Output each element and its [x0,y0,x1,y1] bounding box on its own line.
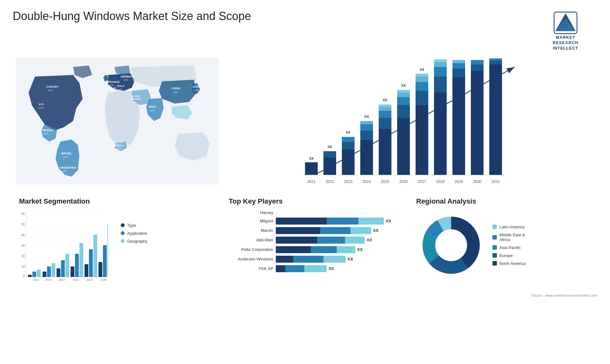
svg-rect-51 [360,131,373,140]
svg-text:INDIA: INDIA [149,105,157,108]
player-value: XX [348,257,353,261]
svg-text:MEXICO: MEXICO [42,129,54,132]
svg-rect-90 [452,60,465,63]
players-section: Top Key Players Harvey Milgard XX [222,194,410,288]
page-title: Double-Hung Windows Market Size and Scop… [13,10,251,23]
svg-text:ARABIA: ARABIA [130,98,141,101]
svg-text:0: 0 [23,274,25,278]
segmentation-chart: 60 50 40 30 20 10 0 [19,210,108,283]
legend-mea: Middle East &Africa [492,233,525,242]
svg-rect-132 [75,254,79,277]
list-item: Milgard XX [229,218,403,225]
svg-rect-89 [452,63,465,69]
svg-text:xx%: xx% [118,88,122,91]
header: Double-Hung Windows Market Size and Scop… [0,0,610,54]
player-bar-wrap: XX [276,218,403,225]
svg-rect-128 [61,260,65,277]
legend-north-america-label: North America [499,261,525,266]
svg-text:XX: XX [475,57,480,58]
svg-rect-42 [323,151,336,158]
svg-text:xx%: xx% [193,89,198,92]
svg-text:SPAIN: SPAIN [108,87,116,90]
svg-rect-78 [434,77,447,92]
svg-rect-45 [342,150,355,175]
legend-latin-america-color [492,225,497,229]
svg-rect-124 [47,266,51,277]
svg-text:xx%: xx% [44,132,48,135]
svg-rect-81 [434,59,447,62]
legend-asia-pacific-label: Asia Pacific [499,245,521,250]
legend-type-label: Type [127,223,136,228]
list-item: Jeld-Wen XX [229,237,403,244]
svg-text:xx%: xx% [63,156,68,158]
legend-application-dot [121,231,125,235]
svg-rect-136 [89,249,93,277]
svg-rect-87 [452,77,465,147]
legend-mea-label: Middle East &Africa [499,233,525,242]
svg-rect-133 [79,243,83,277]
svg-text:CANADA: CANADA [46,85,58,88]
seg-legend: Type Application Geography [121,223,147,244]
svg-text:XX: XX [457,57,461,58]
player-value: XX [329,266,334,271]
svg-text:xx%: xx% [100,78,105,81]
player-value: XX [357,247,363,252]
svg-rect-38 [305,162,318,175]
svg-text:xx%: xx% [109,90,113,93]
legend-latin-america-label: Latin America [499,225,525,229]
svg-text:60: 60 [21,212,25,216]
donut-legend: Latin America Middle East &Africa Asia P… [492,225,525,266]
legend-europe-color [492,253,497,258]
svg-rect-73 [416,77,428,82]
player-bar-wrap: XX [276,246,403,253]
logo-area: MARKETRESEARCHINTELLECT [534,10,597,51]
svg-text:10: 10 [21,265,25,268]
svg-text:2027: 2027 [418,179,426,184]
svg-rect-80 [434,62,447,67]
legend-asia-pacific: Asia Pacific [492,245,525,250]
segmentation-section: Market Segmentation 60 50 40 30 20 10 0 [13,194,222,288]
svg-text:2021: 2021 [307,179,316,184]
svg-text:XX: XX [438,57,443,58]
svg-text:2031: 2031 [491,179,500,184]
logo-text: MARKETRESEARCHINTELLECT [553,35,579,51]
svg-text:2026: 2026 [399,179,408,184]
svg-text:XX: XX [420,68,424,71]
legend-latin-america: Latin America [492,225,525,229]
svg-rect-139 [98,262,102,277]
svg-text:2029: 2029 [455,179,463,184]
svg-text:2021: 2021 [33,278,39,281]
svg-rect-127 [57,268,60,277]
svg-text:30: 30 [21,244,25,247]
svg-text:2022: 2022 [326,179,334,184]
svg-text:2026: 2026 [100,278,107,281]
svg-rect-67 [397,90,410,92]
svg-rect-64 [397,105,410,118]
svg-text:XX: XX [364,115,369,118]
legend-europe-label: Europe [499,253,513,258]
legend-geography-label: Geography [127,239,147,244]
svg-text:xx%: xx% [132,101,137,104]
svg-rect-79 [434,67,447,77]
svg-text:xx%: xx% [62,170,67,172]
svg-text:GERMANY: GERMANY [121,75,135,78]
svg-text:xx%: xx% [114,147,119,150]
player-value: XX [386,219,391,223]
donut-container: Latin America Middle East &Africa Asia P… [416,210,591,280]
svg-rect-57 [379,118,391,129]
svg-rect-60 [379,104,391,107]
player-name: YKK AP [229,266,273,271]
legend-type: Type [121,223,147,228]
svg-rect-63 [397,118,410,175]
legend-mea-color [492,235,497,239]
svg-text:40: 40 [21,233,25,237]
svg-rect-58 [379,111,391,118]
svg-text:2023: 2023 [344,179,353,184]
chart-section: XX 2021 XX 2022 XX 2023 XX 2024 [222,54,597,191]
svg-rect-93 [471,71,484,175]
player-name: Jeld-Wen [229,238,273,242]
svg-text:20: 20 [21,254,25,258]
svg-text:XX: XX [309,157,314,160]
svg-text:CHINA: CHINA [172,87,181,90]
svg-rect-50 [360,140,373,175]
